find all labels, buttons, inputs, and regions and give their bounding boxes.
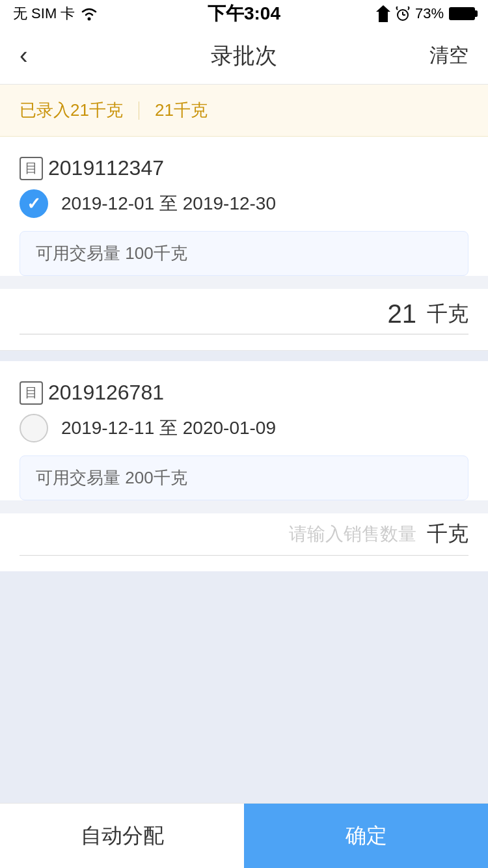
bottom-bar: 自动分配 确定 — [0, 803, 488, 868]
auto-distribute-button[interactable]: 自动分配 — [0, 804, 244, 868]
batch1-available-qty: 可用交易量 100千克 — [20, 231, 468, 276]
clear-button[interactable]: 清空 — [429, 42, 468, 69]
page-title: 录批次 — [211, 41, 277, 71]
wifi-icon — [80, 7, 98, 21]
batch1-id-icon: 目 — [20, 157, 43, 180]
batch1-radio[interactable] — [20, 189, 48, 218]
nav-bar: ‹ 录批次 清空 — [0, 27, 488, 85]
batch2-unit: 千克 — [427, 520, 468, 549]
batch2-date-range: 2019-12-11 至 2020-01-09 — [61, 416, 276, 441]
empty-area — [0, 571, 488, 819]
section-separator — [0, 351, 488, 361]
status-bar-left: 无 SIM 卡 — [13, 4, 98, 23]
svg-point-0 — [88, 18, 91, 21]
batch-item-1: 目 2019112347 2019-12-01 至 2019-12-30 可用交… — [0, 137, 488, 276]
batch2-available-qty: 可用交易量 200千克 — [20, 455, 468, 500]
batch1-date-row: 2019-12-01 至 2019-12-30 — [20, 189, 468, 218]
carrier-text: 无 SIM 卡 — [13, 4, 75, 23]
status-bar-time: 下午3:04 — [208, 1, 280, 26]
batch2-id-icon: 目 — [20, 381, 43, 405]
batch2-id: 2019126781 — [48, 381, 164, 405]
batch1-unit: 千克 — [427, 300, 468, 329]
summary-value: 21千克 — [155, 99, 208, 122]
status-bar-right: 73% — [376, 5, 475, 22]
summary-recorded: 已录入21千克 — [20, 99, 123, 122]
batch-item-2: 目 2019126781 2019-12-11 至 2020-01-09 可用交… — [0, 361, 488, 500]
back-button[interactable]: ‹ — [20, 42, 59, 70]
battery-icon — [449, 7, 475, 20]
status-bar: 无 SIM 卡 下午3:04 73% — [0, 0, 488, 27]
batch1-header: 目 2019112347 — [20, 156, 468, 180]
location-icon — [376, 5, 390, 22]
batch2-radio[interactable] — [20, 414, 48, 442]
batch2-header: 目 2019126781 — [20, 381, 468, 405]
summary-banner: 已录入21千克 21千克 — [0, 85, 488, 137]
batch2-input-placeholder: 请输入销售数量 — [289, 522, 416, 547]
batch1-qty-input[interactable] — [87, 299, 416, 329]
confirm-button[interactable]: 确定 — [244, 804, 488, 868]
batch1-id: 2019112347 — [48, 156, 164, 180]
batch2-date-row: 2019-12-11 至 2020-01-09 — [20, 414, 468, 442]
alarm-icon — [396, 7, 410, 21]
battery-text: 73% — [415, 5, 444, 22]
batch2-input-row: 请输入销售数量 千克 — [0, 513, 488, 571]
batch1-date-range: 2019-12-01 至 2019-12-30 — [61, 191, 276, 216]
batch1-input-row: 千克 — [0, 289, 488, 351]
summary-divider — [139, 102, 139, 120]
